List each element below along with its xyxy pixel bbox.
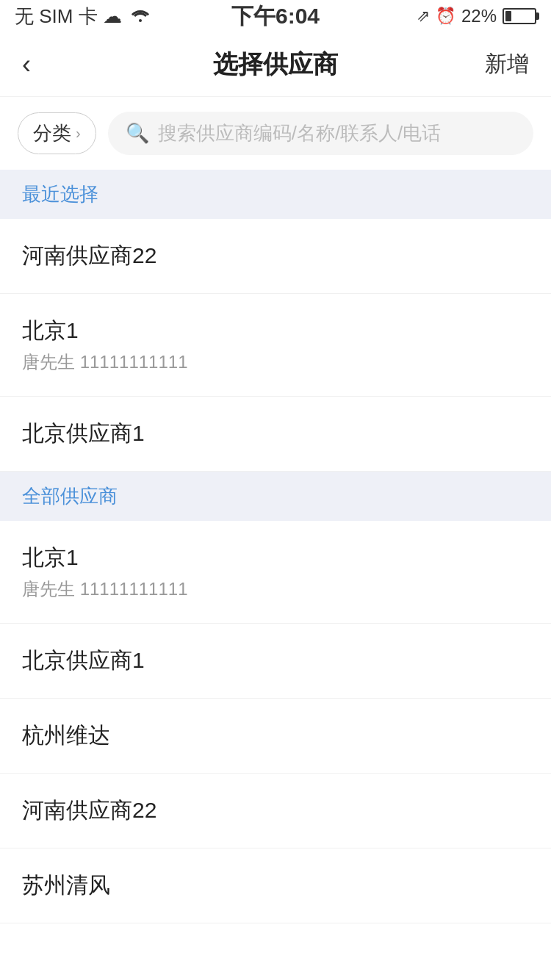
nav-bar: ‹ 选择供应商 新增 — [0, 32, 551, 97]
list-item[interactable]: 北京供应商1 — [0, 397, 551, 472]
category-label: 分类 — [33, 120, 71, 146]
all-section-header: 全部供应商 — [0, 472, 551, 521]
all-list: 北京1唐先生 11111111111北京供应商1杭州维达河南供应商22苏州清风 — [0, 521, 551, 923]
battery-fill — [505, 11, 511, 21]
category-button[interactable]: 分类 › — [18, 112, 96, 154]
no-sim-label: 无 SIM 卡 ☁ — [15, 4, 122, 29]
list-item[interactable]: 苏州清风 — [0, 849, 551, 923]
list-item[interactable]: 河南供应商22 — [0, 219, 551, 294]
recent-list: 河南供应商22北京1唐先生 11111111111北京供应商1 — [0, 219, 551, 472]
status-bar: 无 SIM 卡 ☁ 下午6:04 ⇗ ⏰ 22% — [0, 0, 551, 32]
filter-area: 分类 › 🔍 搜索供应商编码/名称/联系人/电话 — [0, 97, 551, 170]
list-item-name: 北京1 — [22, 316, 529, 346]
search-placeholder: 搜索供应商编码/名称/联系人/电话 — [158, 120, 442, 146]
status-left: 无 SIM 卡 ☁ — [15, 4, 151, 29]
list-item-sub: 唐先生 11111111111 — [22, 350, 529, 374]
location-icon: ⇗ — [417, 7, 430, 26]
list-item[interactable]: 北京1唐先生 11111111111 — [0, 521, 551, 624]
new-action-button[interactable]: 新增 — [485, 49, 529, 79]
recent-section-header: 最近选择 — [0, 170, 551, 219]
wifi-icon — [129, 5, 151, 28]
list-item[interactable]: 河南供应商22 — [0, 774, 551, 849]
list-item-name: 河南供应商22 — [22, 796, 529, 826]
list-item-sub: 唐先生 11111111111 — [22, 577, 529, 601]
list-item[interactable]: 北京1唐先生 11111111111 — [0, 294, 551, 397]
list-item[interactable]: 杭州维达 — [0, 699, 551, 774]
all-section-label: 全部供应商 — [22, 485, 118, 507]
page-title: 选择供应商 — [213, 48, 338, 82]
list-item-name: 苏州清风 — [22, 871, 529, 901]
recent-section-label: 最近选择 — [22, 183, 98, 205]
list-item[interactable]: 北京供应商1 — [0, 624, 551, 699]
list-item-name: 河南供应商22 — [22, 241, 529, 271]
search-icon: 🔍 — [126, 122, 149, 145]
status-right: ⇗ ⏰ 22% — [417, 6, 536, 26]
back-button[interactable]: ‹ — [22, 49, 66, 80]
list-item-name: 北京供应商1 — [22, 646, 529, 676]
list-item-name: 北京1 — [22, 543, 529, 573]
search-input-box[interactable]: 🔍 搜索供应商编码/名称/联系人/电话 — [108, 112, 533, 155]
battery-percent: 22% — [461, 6, 497, 26]
list-item-name: 杭州维达 — [22, 721, 529, 751]
status-time: 下午6:04 — [231, 1, 320, 32]
alarm-icon: ⏰ — [436, 7, 455, 26]
list-item-name: 北京供应商1 — [22, 419, 529, 449]
chevron-right-icon: › — [76, 125, 81, 142]
battery-icon — [503, 8, 536, 24]
